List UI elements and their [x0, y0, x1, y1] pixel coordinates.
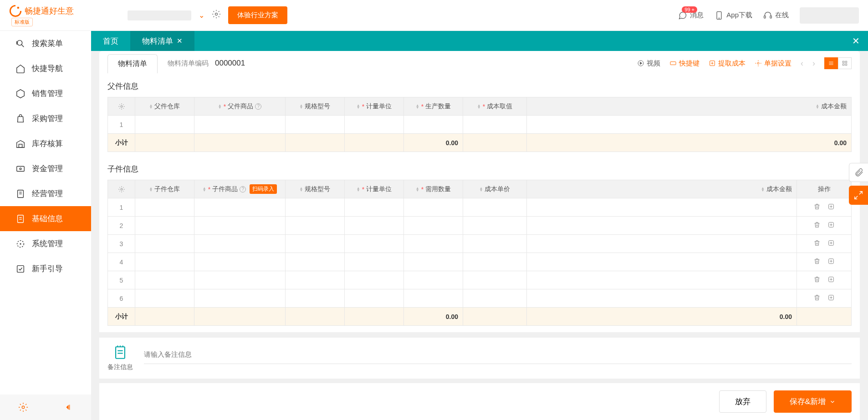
sidebar-item-inventory[interactable]: 库存核算: [0, 131, 91, 156]
col-cost-method[interactable]: ▲▼*成本取值: [463, 97, 527, 116]
home-icon: [15, 64, 26, 74]
col-unit[interactable]: ▲▼*计量单位: [345, 180, 404, 198]
svg-point-0: [17, 6, 20, 9]
money-icon: [15, 164, 26, 174]
add-row-icon[interactable]: [827, 203, 835, 210]
prev-arrow-icon[interactable]: ‹: [801, 59, 803, 68]
svg-point-19: [17, 240, 24, 247]
close-all-tabs[interactable]: ✕: [844, 35, 868, 46]
shortcut-link[interactable]: 快捷键: [669, 59, 700, 68]
sidebar-item-label: 快捷导航: [32, 63, 63, 74]
online-support-link[interactable]: 在线: [763, 11, 789, 20]
col-unit[interactable]: ▲▼*计量单位: [345, 97, 404, 116]
doc-settings-link[interactable]: 单据设置: [755, 59, 791, 68]
delete-icon[interactable]: [813, 276, 821, 283]
table-row[interactable]: 1: [108, 116, 852, 134]
col-parent-warehouse[interactable]: ▲▼父件仓库: [135, 97, 194, 116]
table-row[interactable]: 3: [108, 235, 852, 253]
svg-rect-11: [17, 166, 25, 171]
delete-icon[interactable]: [813, 203, 821, 210]
tab-home[interactable]: 首页: [91, 31, 130, 51]
column-settings[interactable]: [108, 180, 135, 198]
help-icon[interactable]: ?: [255, 103, 261, 110]
discard-button[interactable]: 放弃: [719, 390, 766, 413]
column-settings[interactable]: [108, 97, 135, 116]
add-row-icon[interactable]: [827, 239, 835, 247]
app-download-link[interactable]: App下载: [715, 11, 752, 20]
table-row[interactable]: 5: [108, 271, 852, 289]
document-type-tab[interactable]: 物料清单: [107, 54, 158, 73]
row-actions: [797, 271, 852, 289]
chevron-down-icon[interactable]: ⌄: [199, 11, 204, 20]
sidebar-item-system[interactable]: 系统管理: [0, 231, 91, 256]
help-icon[interactable]: ?: [240, 186, 246, 192]
child-title: 子件信息: [107, 158, 852, 180]
remark-input[interactable]: [144, 345, 852, 364]
grid-view-button[interactable]: [838, 57, 852, 69]
note-icon: [112, 345, 128, 360]
tab-label: 首页: [103, 36, 118, 46]
attachment-button[interactable]: [849, 163, 868, 182]
grid-icon: [842, 60, 848, 66]
col-spec[interactable]: ▲▼规格型号: [286, 180, 345, 198]
add-row-icon[interactable]: [827, 221, 835, 228]
parent-section: 父件信息 ▲▼父件仓库 ▲▼*父件商品? ▲▼规格型号 ▲▼*计量单位 ▲▼*生…: [99, 76, 860, 158]
sidebar-item-guide[interactable]: 新手引导: [0, 256, 91, 281]
tab-bom[interactable]: 物料清单 ✕: [130, 31, 194, 51]
delete-icon[interactable]: [813, 294, 821, 301]
gear-icon[interactable]: [212, 10, 221, 21]
tab-label: 物料清单: [142, 36, 173, 46]
keyboard-icon: [669, 60, 677, 67]
warehouse-icon: [15, 139, 26, 149]
fullscreen-button[interactable]: [849, 186, 868, 205]
col-req-qty[interactable]: ▲▼*需用数量: [404, 180, 463, 198]
close-icon[interactable]: ✕: [177, 37, 183, 45]
company-selector[interactable]: ⌄: [128, 10, 221, 21]
table-row[interactable]: 6: [108, 289, 852, 308]
list-view-button[interactable]: [824, 57, 838, 69]
delete-icon[interactable]: [813, 239, 821, 247]
sidebar-item-basicInfo[interactable]: 基础信息: [0, 206, 91, 231]
save-add-button[interactable]: 保存&新增: [774, 390, 852, 413]
chevron-down-icon: [829, 399, 836, 405]
table-row[interactable]: 4: [108, 253, 852, 271]
delete-icon[interactable]: [813, 258, 821, 265]
col-parent-product[interactable]: ▲▼*父件商品?: [194, 97, 286, 116]
sidebar-item-quickNav[interactable]: 快捷导航: [0, 56, 91, 81]
add-row-icon[interactable]: [827, 294, 835, 301]
col-spec[interactable]: ▲▼规格型号: [286, 97, 345, 116]
col-cost-amount[interactable]: ▲▼成本金额: [527, 180, 797, 198]
collapse-icon[interactable]: [63, 402, 73, 412]
add-row-icon[interactable]: [827, 276, 835, 283]
svg-point-22: [22, 406, 25, 409]
sidebar-item-sales[interactable]: 销售管理: [0, 81, 91, 106]
experience-button[interactable]: 体验行业方案: [228, 6, 287, 24]
messages-link[interactable]: 99 + 消息: [678, 11, 704, 20]
sidebar-item-label: 新手引导: [32, 263, 63, 274]
logo-text: 畅捷通好生意: [25, 5, 74, 16]
col-child-warehouse[interactable]: ▲▼子件仓库: [135, 180, 194, 198]
col-child-product[interactable]: ▲▼*子件商品?扫码录入: [194, 180, 286, 198]
next-arrow-icon[interactable]: ›: [812, 59, 815, 68]
user-avatar-area[interactable]: [800, 7, 859, 24]
scan-input-button[interactable]: 扫码录入: [250, 184, 277, 194]
sidebar-item-operations[interactable]: 经营管理: [0, 181, 91, 206]
video-link[interactable]: 视频: [637, 59, 660, 68]
table-row[interactable]: 2: [108, 217, 852, 235]
tag-icon: [15, 89, 26, 99]
table-row[interactable]: 1: [108, 198, 852, 217]
sidebar-item-search[interactable]: 搜索菜单: [0, 31, 91, 56]
col-unit-cost[interactable]: ▲▼成本单价: [463, 180, 527, 198]
add-row-icon[interactable]: [827, 258, 835, 265]
col-qty[interactable]: ▲▼*生产数量: [404, 97, 463, 116]
row-actions: [797, 253, 852, 271]
delete-icon[interactable]: [813, 221, 821, 228]
logo-icon: [9, 5, 22, 17]
messages-badge: 99 +: [682, 6, 697, 13]
extract-cost-link[interactable]: 提取成本: [709, 59, 745, 68]
gear-icon[interactable]: [18, 402, 28, 412]
col-cost-amount[interactable]: ▲▼成本金额: [527, 97, 852, 116]
view-toggle: [824, 57, 852, 69]
sidebar-item-funds[interactable]: 资金管理: [0, 156, 91, 181]
sidebar-item-purchase[interactable]: 采购管理: [0, 106, 91, 131]
